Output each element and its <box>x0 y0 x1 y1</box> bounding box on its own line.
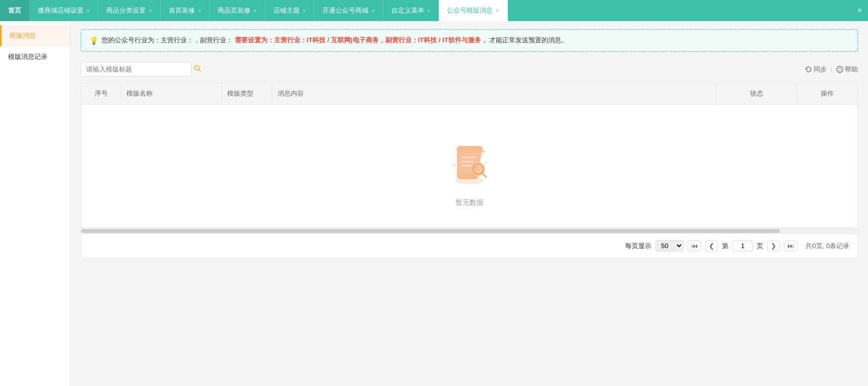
sync-icon <box>805 66 812 73</box>
page-unit: 页 <box>757 242 763 251</box>
svg-line-1 <box>198 69 201 71</box>
sync-button[interactable]: 同步 <box>805 65 827 74</box>
tab-open-wechat-mall[interactable]: 开通公众号商城 × <box>314 0 383 21</box>
col-header-content: 消息内容 <box>273 83 716 104</box>
svg-line-10 <box>482 173 486 177</box>
close-tab-wechat-template[interactable]: × <box>496 8 499 14</box>
sync-label: 同步 <box>814 65 827 74</box>
pagination: 每页显示 50 10 20 100 ⏮ ❮ 第 页 ❯ ⏭ 共0页, 0条记录 <box>81 234 857 258</box>
close-tab-product-category[interactable]: × <box>149 8 152 14</box>
page-size-select[interactable]: 50 10 20 100 <box>655 240 684 252</box>
col-header-seq: 序号 <box>81 83 121 104</box>
data-table: 序号 模版名称 模版类型 消息内容 状态 操作 <box>81 83 858 258</box>
tab-home-label: 首页 <box>8 6 21 15</box>
last-page-button[interactable]: ⏭ <box>784 241 797 251</box>
total-info: 共0页, 0条记录 <box>806 242 849 251</box>
tab-shop-theme-label: 店铺主题 <box>274 6 300 15</box>
search-input[interactable] <box>81 62 191 76</box>
empty-text: 暂无数据 <box>455 198 484 207</box>
tab-product-category[interactable]: 商品分类设置 × <box>98 0 160 21</box>
search-button[interactable] <box>193 64 202 74</box>
empty-state: 暂无数据 <box>81 105 857 227</box>
close-tab-home-decoration[interactable]: × <box>198 8 201 14</box>
tab-product-decoration[interactable]: 商品页装修 × <box>210 0 265 21</box>
main-layout: 模版消息 模版消息记录 💡 您的公众号行业为：主营行业：，副营行业： 需要设置为… <box>0 21 868 386</box>
close-tab-open-wechat-mall[interactable]: × <box>371 8 374 14</box>
tab-home[interactable]: 首页 <box>0 0 30 21</box>
close-all-tabs-button[interactable]: × <box>851 6 868 15</box>
close-tab-custom-menu[interactable]: × <box>427 8 430 14</box>
sidebar-item-template-message-log-label: 模版消息记录 <box>8 53 47 60</box>
help-icon: ? <box>836 66 843 73</box>
tab-custom-menu-label: 自定义菜单 <box>391 6 424 15</box>
content-area: 💡 您的公众号行业为：主营行业：，副营行业： 需要设置为：主营行业：IT科技 /… <box>71 21 868 386</box>
col-header-status: 状态 <box>716 83 797 104</box>
col-header-name: 模版名称 <box>121 83 222 104</box>
table-header: 序号 模版名称 模版类型 消息内容 状态 操作 <box>81 83 857 105</box>
search-actions: 同步 | ? 帮助 <box>805 65 858 74</box>
sidebar: 模版消息 模版消息记录 <box>0 21 71 386</box>
notice-highlight: 需要设置为：主营行业：IT科技 / 互联网|电子商务，副营行业：IT科技 / I… <box>235 36 488 44</box>
help-label: 帮助 <box>845 65 858 74</box>
scrollbar-thumb[interactable] <box>81 229 780 233</box>
per-page-label: 每页显示 <box>625 242 651 251</box>
search-icon <box>193 64 202 72</box>
tab-product-category-label: 商品分类设置 <box>106 6 146 15</box>
tab-weishop-settings[interactable]: 微商城店铺设置 × <box>30 0 98 21</box>
sidebar-item-template-message[interactable]: 模版消息 <box>0 25 70 46</box>
search-bar: 同步 | ? 帮助 <box>81 62 858 76</box>
tab-wechat-template-label: 公众号模版消息 <box>447 6 493 15</box>
toolbar-divider: | <box>831 65 832 73</box>
close-tab-product-decoration[interactable]: × <box>253 8 256 14</box>
svg-text:?: ? <box>838 67 841 72</box>
page-number-input[interactable] <box>732 241 753 251</box>
tab-weishop-settings-label: 微商城店铺设置 <box>38 6 84 15</box>
horizontal-scrollbar[interactable] <box>81 227 857 234</box>
tab-shop-theme[interactable]: 店铺主题 × <box>265 0 314 21</box>
tab-open-wechat-mall-label: 开通公众号商城 <box>322 6 368 15</box>
notice-suffix: 才能正常发送预置的消息。 <box>489 36 568 44</box>
notice-icon: 💡 <box>89 36 99 45</box>
close-tab-shop-theme[interactable]: × <box>303 8 306 14</box>
notice-box: 💡 您的公众号行业为：主营行业：，副营行业： 需要设置为：主营行业：IT科技 /… <box>81 29 858 52</box>
notice-prefix: 您的公众号行业为：主营行业：，副营行业： <box>102 36 233 44</box>
tab-home-decoration[interactable]: 首页装修 × <box>161 0 210 21</box>
next-page-button[interactable]: ❯ <box>767 241 780 251</box>
prev-page-button[interactable]: ❮ <box>705 241 718 251</box>
close-tab-weishop-settings[interactable]: × <box>87 8 90 14</box>
first-page-button[interactable]: ⏮ <box>688 241 701 251</box>
help-button[interactable]: ? 帮助 <box>836 65 858 74</box>
notice-text: 您的公众号行业为：主营行业：，副营行业： 需要设置为：主营行业：IT科技 / 互… <box>102 36 568 45</box>
col-header-action: 操作 <box>797 83 857 104</box>
sidebar-item-template-message-log[interactable]: 模版消息记录 <box>0 46 70 67</box>
tab-bar: 首页 微商城店铺设置 × 商品分类设置 × 首页装修 × 商品页装修 × 店铺主… <box>0 0 868 21</box>
svg-point-15 <box>453 164 456 167</box>
tab-wechat-template[interactable]: 公众号模版消息 × <box>439 0 507 21</box>
page-label: 第 <box>722 242 728 251</box>
tab-home-decoration-label: 首页装修 <box>169 6 195 15</box>
svg-point-16 <box>485 162 487 164</box>
col-header-type: 模版类型 <box>222 83 273 104</box>
tab-custom-menu[interactable]: 自定义菜单 × <box>383 0 439 21</box>
empty-illustration <box>442 135 497 190</box>
sidebar-item-template-message-label: 模版消息 <box>10 32 36 39</box>
tab-product-decoration-label: 商品页装修 <box>218 6 250 15</box>
